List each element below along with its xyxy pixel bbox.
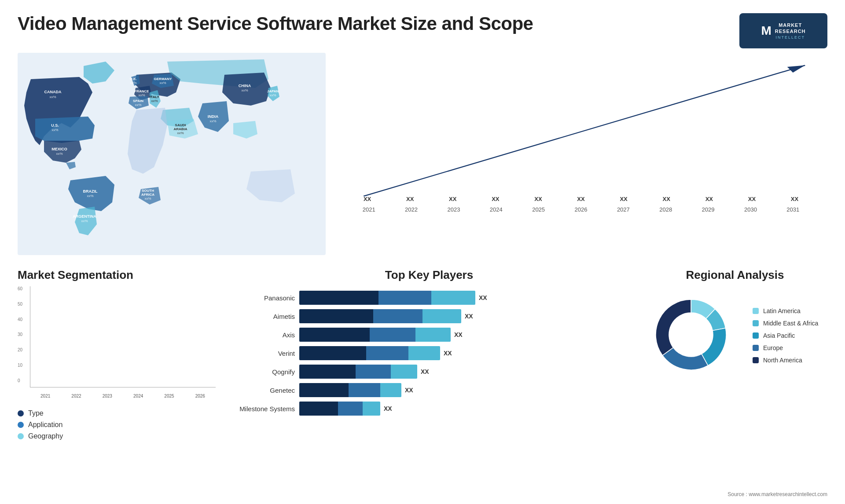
- player-row: VerintXX: [224, 346, 634, 360]
- y-label-0: 0: [18, 378, 22, 383]
- bar-group: XX: [518, 196, 558, 204]
- regional-legend-dot: [753, 308, 759, 314]
- svg-text:xx%: xx%: [81, 219, 88, 223]
- bar-x-label: 2029: [687, 206, 729, 213]
- bar-group: XX: [604, 196, 643, 204]
- seg-x-label: 2026: [185, 394, 216, 398]
- svg-text:xx%: xx%: [269, 93, 276, 97]
- seg-x-label: 2025: [154, 394, 184, 398]
- player-bar-container: XX: [299, 328, 634, 342]
- player-row: PanasonicXX: [224, 291, 634, 305]
- svg-text:SAUDI: SAUDI: [175, 123, 186, 127]
- regional-legend-label: Asia Pacific: [763, 332, 795, 339]
- player-row: Milestone SystemsXX: [224, 402, 634, 416]
- donut-svg: [643, 286, 739, 383]
- regional-legend-item: Middle East & Africa: [753, 320, 818, 327]
- bar-value: XX: [748, 196, 756, 202]
- player-bar-segment: [373, 309, 422, 323]
- donut-area: Latin AmericaMiddle East & AfricaAsia Pa…: [643, 286, 827, 385]
- top-section: CANADA xx% U.S. xx% MEXICO xx% BRAZIL xx…: [0, 53, 845, 264]
- legend-dot-type: [18, 410, 24, 416]
- y-label-30: 30: [18, 332, 22, 337]
- player-bar-container: XX: [299, 346, 634, 360]
- bar-x-label: 2024: [475, 206, 517, 213]
- seg-x-label: 2021: [30, 394, 61, 398]
- svg-text:xx%: xx%: [49, 95, 56, 99]
- regional-legend-label: North America: [763, 357, 802, 364]
- player-bar-segment: [408, 346, 440, 360]
- logo-line1: MARKET: [775, 22, 806, 28]
- regional-legend-label: Europe: [763, 344, 783, 351]
- player-value: XX: [405, 383, 413, 397]
- bar-group: XX: [476, 196, 515, 204]
- logo-line3: INTELLECT: [775, 35, 806, 40]
- player-bar-segment: [349, 383, 380, 397]
- svg-text:CANADA: CANADA: [44, 90, 62, 94]
- player-name: Aimetis: [224, 313, 295, 320]
- player-bar-segment: [366, 346, 408, 360]
- regional-legend-item: North America: [753, 357, 818, 364]
- y-label-50: 50: [18, 302, 22, 307]
- svg-text:xx%: xx%: [159, 81, 166, 85]
- bar-chart: XXXXXXXXXXXXXXXXXXXXXX 20212022202320242…: [334, 53, 827, 255]
- bars-wrapper: XXXXXXXXXXXXXXXXXXXXXX: [343, 62, 819, 204]
- svg-text:xx%: xx%: [56, 152, 62, 156]
- source-text: Source : www.marketresearchintellect.com: [727, 491, 827, 497]
- player-bar: [299, 291, 475, 305]
- player-bar: [299, 365, 417, 379]
- player-bar-segment: [356, 365, 391, 379]
- regional-legend-item: Latin America: [753, 307, 818, 314]
- logo-line2: RESEARCH: [775, 28, 806, 34]
- bar-x-label: 2030: [729, 206, 772, 213]
- y-label-60: 60: [18, 286, 22, 291]
- svg-text:AFRICA: AFRICA: [141, 193, 154, 197]
- regional-legend: Latin AmericaMiddle East & AfricaAsia Pa…: [753, 307, 818, 364]
- bar-x-label: 2028: [645, 206, 687, 213]
- seg-x-label: 2022: [61, 394, 92, 398]
- legend-item-type: Type: [18, 409, 216, 417]
- legend-dot-geography: [18, 433, 24, 439]
- regional-legend-item: Europe: [753, 344, 818, 351]
- player-bar-container: XX: [299, 365, 634, 379]
- bar-value: XX: [663, 196, 670, 202]
- svg-text:BRAZIL: BRAZIL: [83, 189, 98, 194]
- bar-x-label: 2026: [560, 206, 602, 213]
- regional-title: Regional Analysis: [643, 268, 827, 282]
- svg-text:SPAIN: SPAIN: [133, 99, 143, 103]
- bar-x-label: 2031: [772, 206, 814, 213]
- bar-group: XX: [561, 196, 600, 204]
- player-row: QognifyXX: [224, 365, 634, 379]
- player-bar: [299, 346, 440, 360]
- world-map: CANADA xx% U.S. xx% MEXICO xx% BRAZIL xx…: [18, 53, 326, 255]
- svg-text:U.S.: U.S.: [51, 123, 59, 128]
- y-label-10: 10: [18, 363, 22, 368]
- svg-text:ARGENTINA: ARGENTINA: [73, 214, 96, 219]
- player-value: XX: [421, 365, 429, 379]
- player-value: XX: [384, 402, 392, 416]
- player-bar-segment: [338, 402, 363, 416]
- bar-group: XX: [732, 196, 772, 204]
- bar-value: XX: [791, 196, 798, 202]
- player-name: Qognify: [224, 368, 295, 376]
- y-label-20: 20: [18, 347, 22, 352]
- player-value: XX: [465, 309, 473, 323]
- svg-text:ARABIA: ARABIA: [173, 127, 187, 131]
- svg-text:SOUTH: SOUTH: [142, 189, 154, 193]
- legend-label-geography: Geography: [28, 432, 63, 440]
- bar-group: XX: [775, 196, 814, 204]
- svg-text:xx%: xx%: [144, 197, 151, 201]
- svg-text:xx%: xx%: [51, 128, 58, 132]
- player-bar-segment: [415, 328, 451, 342]
- svg-text:xx%: xx%: [130, 81, 136, 85]
- player-bar-segment: [391, 365, 417, 379]
- player-bar-segment: [363, 402, 380, 416]
- svg-text:xx%: xx%: [135, 103, 141, 107]
- donut-segment: [656, 299, 691, 355]
- player-bar-segment: [370, 328, 415, 342]
- player-bar-segment: [299, 328, 370, 342]
- player-value: XX: [479, 291, 487, 305]
- donut-chart: [643, 286, 739, 385]
- bar-group: XX: [390, 196, 430, 204]
- svg-text:xx%: xx%: [151, 99, 158, 103]
- player-bar-segment: [299, 402, 338, 416]
